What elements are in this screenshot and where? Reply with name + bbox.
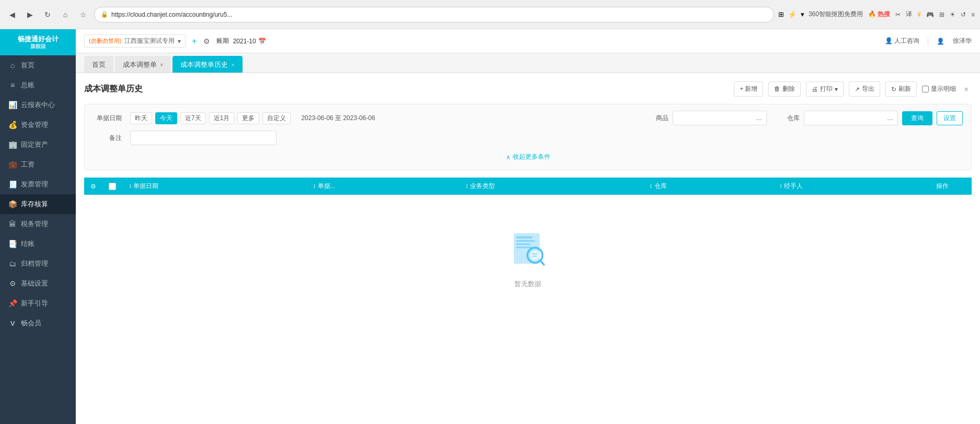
tab-cost-adjust-close[interactable]: × xyxy=(160,62,163,68)
sidebar-label-salary: 工资 xyxy=(21,160,34,169)
back-button[interactable]: ◀ xyxy=(5,8,19,21)
sidebar-item-finance[interactable]: 💰 资金管理 xyxy=(0,115,76,135)
export-label: 导出 xyxy=(862,85,874,93)
sidebar-item-settle[interactable]: 📑 结账 xyxy=(0,234,76,254)
calendar-icon[interactable]: 📅 xyxy=(258,38,266,45)
company-settings-icon[interactable]: ⚙ xyxy=(203,37,210,45)
sidebar-item-invoice[interactable]: 🧾 发票管理 xyxy=(0,174,76,194)
new-button[interactable]: + 新增 xyxy=(734,81,763,97)
th-settings[interactable]: ⚙ xyxy=(84,178,102,195)
sidebar-item-salary[interactable]: 💼 工资 xyxy=(0,155,76,174)
show-cols-checkbox[interactable] xyxy=(922,86,929,92)
remarks-filter-label: 备注 xyxy=(93,134,122,143)
tax-icon: 🏛 xyxy=(8,220,17,228)
browser-dropdown-icon[interactable]: ▾ xyxy=(801,10,804,18)
service-icon: 👤 xyxy=(885,37,893,44)
show-cols-label: 显示明细 xyxy=(931,85,956,93)
tab-cost-adjust[interactable]: 成本调整单 × xyxy=(115,56,171,73)
refresh-label: 刷新 xyxy=(898,85,911,93)
menu-icon[interactable]: ≡ xyxy=(971,11,975,18)
export-button[interactable]: ↗ 导出 xyxy=(849,81,880,97)
undo-icon[interactable]: ↺ xyxy=(961,11,966,18)
warehouse-select[interactable]: … xyxy=(804,111,898,125)
url-text: https://cloud.chanjet.com/accounting/uru… xyxy=(111,11,232,18)
empty-state-row: 暂无数据 xyxy=(84,195,972,320)
lock-icon: 🔒 xyxy=(101,11,108,18)
sun-icon[interactable]: ☀ xyxy=(950,11,955,18)
browser-chrome: ◀ ▶ ↻ ⌂ ☆ 🔒 https://cloud.chanjet.com/ac… xyxy=(0,0,980,29)
tab-cost-adjust-history[interactable]: 成本调整单历史 × xyxy=(172,56,242,73)
refresh-button[interactable]: ↻ xyxy=(41,8,54,21)
print-label: 打印 xyxy=(820,85,833,93)
settings-icon: ⚙ xyxy=(90,183,96,190)
customer-service-btn[interactable]: 👤 人工咨询 xyxy=(885,37,919,45)
th-doc-date[interactable]: ↕ 单据日期 xyxy=(122,178,306,195)
th-warehouse[interactable]: ↕ 仓库 xyxy=(643,178,773,195)
date-btn-today[interactable]: 今天 xyxy=(155,112,177,124)
sidebar-label-archive: 归档管理 xyxy=(21,259,48,268)
date-btn-month1[interactable]: 近1月 xyxy=(209,112,235,124)
member-icon: V xyxy=(8,320,17,327)
game-icon[interactable]: 🎮 xyxy=(926,11,934,18)
user-name[interactable]: 徐泽华 xyxy=(953,37,972,45)
th-doc-no[interactable]: ↕ 单据... xyxy=(306,178,459,195)
browser-lightning-icon[interactable]: ⚡ xyxy=(788,10,797,18)
remarks-input[interactable] xyxy=(130,131,276,145)
date-range: 2023-06-06 至 2023-06-06 xyxy=(301,114,375,123)
sidebar-item-guide[interactable]: 📌 新手引导 xyxy=(0,293,76,313)
tab-cost-adjust-history-close[interactable]: × xyxy=(231,62,234,68)
sidebar-label-guide: 新手引导 xyxy=(21,299,48,308)
star-button[interactable]: ☆ xyxy=(76,8,90,21)
home-icon: ⌂ xyxy=(8,61,17,69)
sidebar-item-archive[interactable]: 🗂 归档管理 xyxy=(0,254,76,274)
user-avatar[interactable]: 👤 xyxy=(937,38,944,45)
date-btn-more[interactable]: 更多 xyxy=(237,112,259,124)
search-label[interactable]: 360智能抠图免费用 xyxy=(809,10,863,19)
date-filter-label: 单据日期 xyxy=(93,114,122,123)
tab-home[interactable]: 首页 xyxy=(84,56,113,73)
sidebar-item-fixed[interactable]: 🏢 固定资产 xyxy=(0,135,76,155)
date-btn-custom[interactable]: 自定义 xyxy=(262,112,291,124)
date-btn-week7[interactable]: 近7天 xyxy=(180,112,206,124)
apps-icon[interactable]: ⊞ xyxy=(939,11,944,18)
scissors-icon[interactable]: ✂ xyxy=(895,11,901,18)
sidebar-item-home[interactable]: ⌂ 首页 xyxy=(0,55,76,75)
select-all-checkbox[interactable] xyxy=(109,183,116,190)
refresh-icon: ↻ xyxy=(891,86,896,93)
table-settings-button[interactable]: 设置 xyxy=(937,111,963,125)
collapse-label: 收起更多条件 xyxy=(513,152,550,161)
page-close-btn[interactable]: × xyxy=(961,84,972,95)
refresh-button[interactable]: ↻ 刷新 xyxy=(885,81,917,97)
period-value: 2021-10 xyxy=(233,38,256,45)
forward-button[interactable]: ▶ xyxy=(23,8,37,21)
collapse-row[interactable]: ∧ 收起更多条件 xyxy=(93,150,963,163)
th-biz-type[interactable]: ↕ 业务类型 xyxy=(459,178,643,195)
sidebar-item-settings[interactable]: ⚙ 基础设置 xyxy=(0,274,76,293)
coin-icon[interactable]: ¥ xyxy=(917,11,921,18)
sidebar-item-tax[interactable]: 🏛 税务管理 xyxy=(0,214,76,234)
query-button[interactable]: 查询 xyxy=(902,111,932,125)
sidebar-label-settings: 基础设置 xyxy=(21,279,48,288)
filter-area: 单据日期 昨天 今天 近7天 近1月 更多 自定义 2023-06-06 至 2… xyxy=(84,104,972,170)
product-select[interactable]: … xyxy=(673,111,767,125)
add-company-btn[interactable]: + xyxy=(192,37,197,46)
sidebar-item-ledger[interactable]: ≡ 总账 xyxy=(0,75,76,95)
product-dots[interactable]: … xyxy=(756,114,762,122)
address-bar[interactable]: 🔒 https://cloud.chanjet.com/accounting/u… xyxy=(94,7,774,22)
hot-search-label[interactable]: 🔥 热搜 xyxy=(868,10,890,19)
th-checkbox[interactable] xyxy=(102,178,122,195)
print-button[interactable]: 🖨 打印 ▾ xyxy=(806,81,844,97)
print-icon: 🖨 xyxy=(812,86,818,93)
sidebar-item-member[interactable]: V 畅会员 xyxy=(0,313,76,333)
date-btn-yesterday[interactable]: 昨天 xyxy=(130,112,152,124)
sidebar-item-reports[interactable]: 📊 云报表中心 xyxy=(0,95,76,115)
sidebar-item-inventory[interactable]: 📦 库存核算 xyxy=(0,194,76,214)
translate-icon[interactable]: 译 xyxy=(906,10,912,19)
browser-apps-icon[interactable]: ⊞ xyxy=(778,10,784,18)
warehouse-dots[interactable]: … xyxy=(887,114,893,122)
browser-toolbar-right: 360智能抠图免费用 🔥 热搜 ✂ 译 ¥ 🎮 ⊞ ☀ ↺ ≡ xyxy=(809,10,975,19)
company-selector[interactable]: (勿删勿禁用) 江西服宝测试专用 ▾ xyxy=(84,34,186,48)
delete-button[interactable]: 🗑 删除 xyxy=(768,81,800,97)
home-button[interactable]: ⌂ xyxy=(59,8,72,21)
th-handler[interactable]: ↕ 经手人 xyxy=(773,178,930,195)
